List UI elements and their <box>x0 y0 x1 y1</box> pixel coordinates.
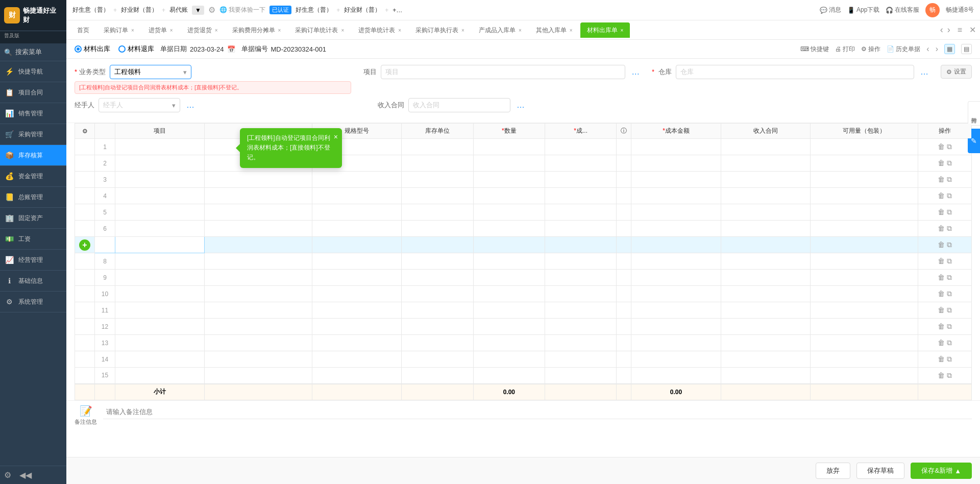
sidebar-item-system[interactable]: ⚙ 系统管理 <box>0 292 66 312</box>
tab-prev-btn[interactable]: ‹ <box>940 25 943 35</box>
income-contract-input[interactable]: 收入合同 <box>408 98 510 112</box>
topbar-expand-btn[interactable]: ▼ <box>192 6 204 15</box>
tab-list-btn[interactable]: ≡ <box>954 25 965 36</box>
cell-project-1[interactable] <box>115 139 205 155</box>
copy-row-1-btn[interactable]: ⧉ <box>947 142 952 151</box>
delete-row-6-btn[interactable]: 🗑 <box>938 224 945 233</box>
delete-row-1-btn[interactable]: 🗑 <box>938 142 945 151</box>
settings-bottom-icon[interactable]: ⚙ <box>4 470 11 480</box>
copy-row-4-btn[interactable]: ⧉ <box>947 191 952 200</box>
delete-row-12-btn[interactable]: 🗑 <box>938 322 945 331</box>
view-list-btn[interactable]: ▤ <box>961 44 972 54</box>
discard-btn[interactable]: 放弃 <box>816 463 850 479</box>
handler-more-btn[interactable]: … <box>186 101 194 109</box>
sidebar-item-inventory[interactable]: 📦 库存核算 <box>0 145 66 166</box>
sidebar-item-basic[interactable]: ℹ 基础信息 <box>0 271 66 292</box>
delete-row-7-btn[interactable]: 🗑 <box>938 240 945 249</box>
tooltip-close-btn[interactable]: × <box>334 131 338 142</box>
delete-row-13-btn[interactable]: 🗑 <box>938 338 945 347</box>
save-draft-btn[interactable]: 保存草稿 <box>856 463 904 479</box>
tab-close-product-in[interactable]: × <box>519 28 522 33</box>
tab-next-btn[interactable]: › <box>947 25 950 35</box>
tab-home[interactable]: 首页 <box>70 22 96 38</box>
copy-row-7-btn[interactable]: ⧉ <box>947 240 952 249</box>
project-input[interactable]: 项目 <box>381 65 626 79</box>
topbar-item-good-finance[interactable]: 好业财（普） <box>121 6 158 14</box>
copy-row-14-btn[interactable]: ⧉ <box>947 355 952 364</box>
copy-row-3-btn[interactable]: ⧉ <box>947 175 952 184</box>
add-row-btn[interactable]: + <box>79 239 90 251</box>
attach-btn[interactable]: 附件 <box>968 101 980 126</box>
delete-row-10-btn[interactable]: 🗑 <box>938 289 945 298</box>
sidebar-item-shortcut[interactable]: ⚡ 快捷导航 <box>0 61 66 82</box>
radio-material-out[interactable]: 材料出库 <box>75 44 110 54</box>
sidebar-item-finance[interactable]: 💰 资金管理 <box>0 166 66 187</box>
topbar-good-biz2[interactable]: 好生意（普） <box>296 6 332 14</box>
copy-row-5-btn[interactable]: ⧉ <box>947 208 952 216</box>
copy-row-11-btn[interactable]: ⧉ <box>947 306 952 314</box>
topbar-more[interactable]: +… <box>393 7 402 14</box>
tab-goods-in[interactable]: 进货单× <box>142 22 180 38</box>
tab-close-goods-return[interactable]: × <box>215 28 218 33</box>
cell-available-1[interactable] <box>811 139 918 155</box>
tab-close-other-in[interactable]: × <box>570 28 573 33</box>
cell-cost-price-1[interactable] <box>545 139 617 155</box>
sidebar-item-ledger[interactable]: 📒 总账管理 <box>0 187 66 208</box>
delete-row-14-btn[interactable]: 🗑 <box>938 355 945 364</box>
delete-row-5-btn[interactable]: 🗑 <box>938 208 945 216</box>
copy-row-10-btn[interactable]: ⧉ <box>947 289 952 298</box>
warehouse-more-btn[interactable]: … <box>920 68 928 76</box>
business-type-input[interactable]: 工程领料 ▾ <box>110 65 191 79</box>
delete-row-3-btn[interactable]: 🗑 <box>938 175 945 184</box>
number-value[interactable]: MD-20230324-001 <box>271 45 326 53</box>
tab-purchase-exec[interactable]: 采购订单执行表× <box>409 22 471 38</box>
income-contract-more-btn[interactable]: … <box>517 101 525 109</box>
column-settings-btn[interactable]: ⚙ 设置 <box>941 65 972 79</box>
date-value[interactable]: 2023-03-24 <box>190 45 224 53</box>
tab-close-purchase-exec[interactable]: × <box>461 28 464 33</box>
message-btn[interactable]: 💬 消息 <box>820 6 841 14</box>
tab-purchase-stats[interactable]: 采购订单统计表× <box>288 22 351 38</box>
tab-close-purchase-stats[interactable]: × <box>341 28 344 33</box>
sidebar-search[interactable]: 🔍 搜索菜单 <box>0 43 66 61</box>
print-btn[interactable]: 🖨 打印 <box>835 45 855 54</box>
remarks-input[interactable] <box>103 405 972 419</box>
nav-next-btn[interactable]: › <box>936 44 938 54</box>
sidebar-item-payroll[interactable]: 💵 工资 <box>0 229 66 250</box>
sidebar-item-assets[interactable]: 🏢 固定资产 <box>0 208 66 229</box>
tab-goods-return[interactable]: 进货退货× <box>181 22 225 38</box>
tab-close-purchase-order[interactable]: × <box>131 28 134 33</box>
cell-qty-1[interactable] <box>473 139 545 155</box>
tab-product-in[interactable]: 产成品入库单× <box>472 22 528 38</box>
sidebar-item-contract[interactable]: 📋 项目合同 <box>0 82 66 103</box>
copy-row-6-btn[interactable]: ⧉ <box>947 224 952 233</box>
collapse-icon[interactable]: ◀◀ <box>19 470 32 480</box>
shortcut-btn[interactable]: ⌨ 快捷键 <box>800 45 829 54</box>
user-avatar[interactable]: 畅 <box>925 3 940 17</box>
tab-other-in[interactable]: 其他入库单× <box>529 22 579 38</box>
delete-row-8-btn[interactable]: 🗑 <box>938 257 945 265</box>
sidebar-item-sales[interactable]: 📊 销售管理 <box>0 103 66 124</box>
delete-row-2-btn[interactable]: 🗑 <box>938 159 945 167</box>
sidebar-item-purchase[interactable]: 🛒 采购管理 <box>0 124 66 145</box>
delete-row-4-btn[interactable]: 🗑 <box>938 191 945 200</box>
project-more-btn[interactable]: … <box>631 68 640 76</box>
operation-btn[interactable]: ⚙ 操作 <box>861 45 880 54</box>
copy-row-13-btn[interactable]: ⧉ <box>947 338 952 347</box>
delete-row-9-btn[interactable]: 🗑 <box>938 273 945 282</box>
tab-close-goods-stats[interactable]: × <box>398 28 401 33</box>
cell-cost-amount-1[interactable] <box>631 139 721 155</box>
cell-income-contract-1[interactable] <box>721 139 810 155</box>
calendar-icon[interactable]: 📅 <box>227 45 235 53</box>
delete-row-11-btn[interactable]: 🗑 <box>938 306 945 314</box>
tab-close-all-btn[interactable]: ✕ <box>969 25 976 35</box>
topbar-item-agent[interactable]: 易代账 <box>169 6 188 14</box>
tab-goods-stats[interactable]: 进货单统计表× <box>352 22 408 38</box>
tab-close-purchase-fee[interactable]: × <box>278 28 281 33</box>
save-new-btn[interactable]: 保存&新增 ▲ <box>911 463 972 479</box>
warehouse-input[interactable]: 仓库 <box>676 65 914 79</box>
app-download-btn[interactable]: 📱 App下载 <box>847 6 879 14</box>
copy-row-2-btn[interactable]: ⧉ <box>947 159 952 167</box>
topbar-good-finance2[interactable]: 好业财（普） <box>344 6 381 14</box>
tab-purchase-fee[interactable]: 采购费用分摊单× <box>226 22 288 38</box>
